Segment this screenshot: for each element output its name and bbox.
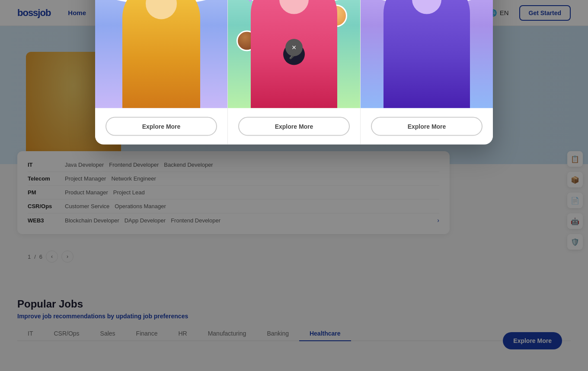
explore-remote-container: Explore More [228,108,360,145]
modal-panel-local: Find local jobs Talk to Boss from your c… [95,0,227,145]
person-local [122,0,200,108]
explore-talents-container: Explore More [361,108,493,145]
person-head [146,0,177,19]
modal-panel-talents: Find talents Post jobs,find talents,hire… [360,0,493,145]
explore-local-container: Explore More [95,108,227,145]
explore-remote-button[interactable]: Explore More [238,117,350,136]
modal-panel-remote: Find remote jobs Talk to Boss from aroun… [227,0,360,145]
person-head-3 [412,0,441,14]
find-jobs-modal: Find local jobs Talk to Boss from your c… [95,0,493,145]
person-talents [383,0,470,108]
person-head-2 [279,0,309,14]
explore-talents-button[interactable]: Explore More [371,117,483,136]
panel-local-visual [95,0,227,108]
panel-talents-visual [361,0,493,108]
explore-local-button[interactable]: Explore More [105,117,217,136]
modal-close-button[interactable]: × [285,39,303,56]
